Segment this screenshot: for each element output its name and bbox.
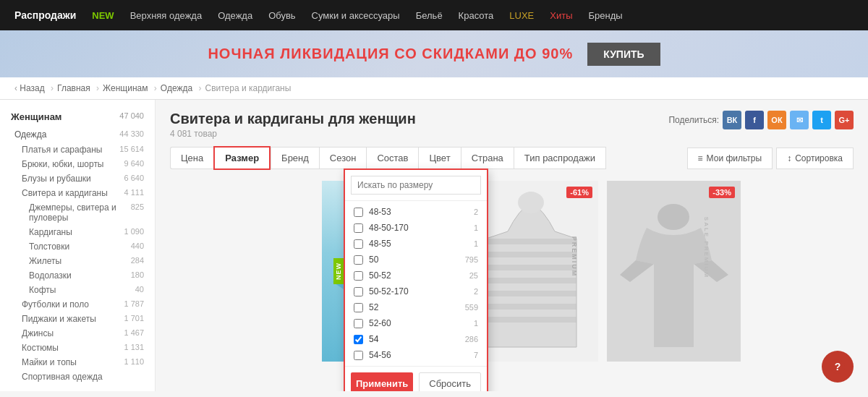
discount-badge-1: -61% [566, 187, 592, 198]
size-item-2[interactable]: 48-55 1 [345, 236, 487, 252]
size-item-8[interactable]: 54 286 [345, 331, 487, 347]
social-mail[interactable]: ✉ [790, 111, 809, 129]
size-checkbox-3[interactable] [354, 255, 363, 265]
size-checkbox-9[interactable] [354, 351, 363, 360]
sidebar-item-jackets[interactable]: Пиджаки и жакеты 1 701 [0, 312, 155, 326]
size-checkbox-1[interactable] [354, 223, 363, 233]
size-search-input[interactable] [351, 176, 481, 195]
circle-help-button[interactable]: ? [822, 351, 854, 383]
size-item-9[interactable]: 54-56 7 [345, 347, 487, 363]
size-item-7[interactable]: 52-60 1 [345, 315, 487, 331]
size-checkbox-5[interactable] [354, 287, 363, 296]
size-item-3[interactable]: 50 795 [345, 252, 487, 268]
discount-badge-2: -33% [709, 187, 735, 198]
size-checkbox-7[interactable] [354, 319, 363, 328]
sidebar-item-tops[interactable]: Майки и топы 1 110 [0, 355, 155, 370]
sidebar-item-pants[interactable]: Брюки, юбки, шорты 9 640 [0, 157, 155, 171]
filter-tab-country[interactable]: Страна [461, 147, 514, 169]
svg-point-11 [658, 204, 689, 230]
sidebar-item-dresses[interactable]: Платья и сарафаны 15 614 [0, 142, 155, 157]
premium-label-2: SALE PREMIUM [703, 216, 710, 278]
size-item-1[interactable]: 48-50-170 1 [345, 220, 487, 236]
social-gplus[interactable]: G+ [835, 111, 854, 129]
premium-label-1: PREMIUM [571, 236, 578, 278]
page-title: Свитера и кардиганы для женщин [170, 111, 416, 127]
breadcrumb-back[interactable]: Назад [20, 83, 44, 93]
nav-clothing[interactable]: Одежда [218, 10, 252, 21]
share-label: Поделиться: [668, 115, 719, 125]
size-item-0[interactable]: 48-53 2 [345, 204, 487, 220]
product-image-2: SALE PREMIUM -33% [607, 181, 741, 362]
filter-tab-brand[interactable]: Бренд [271, 147, 319, 169]
sort-icon: ↕ [787, 153, 791, 163]
main-content: Свитера и кардиганы для женщин 4 081 тов… [156, 100, 868, 391]
breadcrumb: ‹ Назад ›Главная ›Женщинам ›Одежда ›Свит… [0, 77, 868, 100]
filter-tab-size[interactable]: Размер [213, 146, 271, 170]
nav-luxe[interactable]: LUXE [509, 10, 534, 21]
nav-bags[interactable]: Сумки и аксессуары [312, 10, 400, 21]
sidebar-item-tshirts[interactable]: Футболки и поло 1 787 [0, 297, 155, 312]
social-fb[interactable]: f [745, 111, 764, 129]
product-card-2[interactable]: SALE PREMIUM -33% [607, 181, 741, 362]
title-row: Свитера и кардиганы для женщин 4 081 тов… [170, 111, 854, 139]
sidebar: Женщинам 47 040 Одежда 44 330 Платья и с… [0, 100, 156, 391]
size-checkbox-6[interactable] [354, 303, 363, 312]
sidebar-item-cardigans[interactable]: Кардиганы 1 090 [0, 225, 155, 239]
new-badge-0: NEW [333, 258, 344, 284]
nav-hits[interactable]: Хиты [550, 10, 572, 21]
sidebar-item-jumpers[interactable]: Джемперы, свитера и пуловеры 825 [0, 200, 155, 225]
promo-banner: НОЧНАЯ ЛИКВИДАЦИЯ СО СКИДКАМИ ДО 90% куп… [0, 30, 868, 77]
nav-beauty[interactable]: Красота [459, 10, 494, 21]
sidebar-item-sweaters[interactable]: Свитера и кардиганы 4 111 [0, 186, 155, 200]
size-checkbox-0[interactable] [354, 208, 363, 217]
breadcrumb-home[interactable]: Главная [57, 83, 90, 93]
nav-sale[interactable]: Распродажи [14, 9, 76, 21]
banner-text: НОЧНАЯ ЛИКВИДАЦИЯ СО СКИДКАМИ ДО 90% [208, 46, 573, 62]
breadcrumb-current: Свитера и кардиганы [205, 83, 292, 93]
breadcrumb-clothing[interactable]: Одежда [161, 83, 192, 93]
sort-button[interactable]: ↕ Сортировка [776, 148, 854, 169]
top-navigation: Распродажи NEW Верхняя одежда Одежда Обу… [0, 0, 868, 30]
sidebar-item-blouses[interactable]: Блузы и рубашки 6 640 [0, 171, 155, 186]
size-checkbox-8[interactable] [354, 335, 363, 344]
my-filters-button[interactable]: ≡ Мои фильтры [687, 148, 773, 169]
nav-shoes[interactable]: Обувь [268, 10, 295, 21]
size-apply-button[interactable]: Применить [351, 372, 413, 391]
page-subtitle: 4 081 товар [170, 129, 416, 139]
social-ok[interactable]: ОК [767, 111, 786, 129]
size-item-4[interactable]: 50-52 25 [345, 268, 487, 283]
filter-tab-color[interactable]: Цвет [418, 147, 460, 169]
sidebar-item-suits[interactable]: Костюмы 1 131 [0, 341, 155, 355]
sidebar-item-hoodies[interactable]: Толстовки 440 [0, 239, 155, 254]
nav-new[interactable]: NEW [92, 10, 114, 21]
svg-point-9 [518, 192, 544, 213]
sidebar-main-category[interactable]: Женщинам 47 040 [0, 107, 155, 127]
filter-tab-composition[interactable]: Состав [366, 147, 418, 169]
size-checkbox-2[interactable] [354, 239, 363, 249]
nav-brands[interactable]: Бренды [588, 10, 622, 21]
filter-tab-saletype[interactable]: Тип распродажи [514, 147, 606, 169]
filter-tab-season[interactable]: Сезон [319, 147, 367, 169]
help-icon: ? [830, 359, 846, 375]
banner-button[interactable]: купить [587, 43, 660, 66]
sidebar-item-vests[interactable]: Жилеты 284 [0, 254, 155, 268]
filter-icon: ≡ [698, 153, 703, 163]
main-container: Женщинам 47 040 Одежда 44 330 Платья и с… [0, 100, 868, 391]
sidebar-item-turtlenecks[interactable]: Водолазки 180 [0, 268, 155, 283]
social-share: Поделиться: ВК f ОК ✉ t G+ [668, 111, 854, 129]
filter-tab-price[interactable]: Цена [170, 147, 213, 169]
social-twitter[interactable]: t [812, 111, 831, 129]
size-item-6[interactable]: 52 559 [345, 299, 487, 315]
breadcrumb-women[interactable]: Женщинам [103, 83, 148, 93]
filter-tabs-row: Цена Размер Бренд Сезон Состав Цвет Стра… [170, 146, 854, 170]
nav-lingerie[interactable]: Бельё [416, 10, 443, 21]
sidebar-item-sportswear[interactable]: Спортивная одежда [0, 370, 155, 384]
size-item-5[interactable]: 50-52-170 2 [345, 283, 487, 299]
sidebar-item-kofty[interactable]: Кофты 40 [0, 283, 155, 297]
sidebar-item-clothing[interactable]: Одежда 44 330 [0, 127, 155, 142]
sidebar-item-jeans[interactable]: Джинсы 1 467 [0, 326, 155, 341]
nav-outerwear[interactable]: Верхняя одежда [130, 10, 202, 21]
size-checkbox-4[interactable] [354, 271, 363, 281]
social-vk[interactable]: ВК [723, 111, 741, 129]
size-reset-button[interactable]: Сбросить [419, 372, 481, 391]
